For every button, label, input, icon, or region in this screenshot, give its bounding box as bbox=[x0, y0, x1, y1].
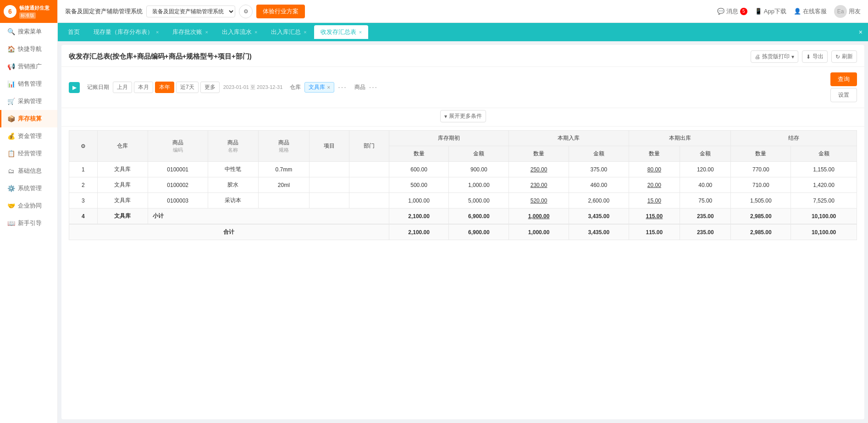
tab-inout-flow[interactable]: 出入库流水 × bbox=[216, 25, 264, 39]
subtotal-in-qty[interactable]: 1,000.00 bbox=[509, 209, 569, 225]
tab-close-batch-account[interactable]: × bbox=[205, 29, 208, 35]
row2-out-amt: 40.00 bbox=[680, 177, 731, 193]
query-button[interactable]: 查询 bbox=[830, 72, 857, 86]
th-warehouse: 仓库 bbox=[97, 131, 148, 162]
marketing-icon: 📢 bbox=[7, 63, 15, 70]
date-btn-this-year[interactable]: 本年 bbox=[155, 82, 174, 93]
row3-in-qty[interactable]: 520.00 bbox=[509, 193, 569, 209]
total-out-amt: 235.00 bbox=[680, 224, 731, 240]
row2-opening-amt: 1,000.00 bbox=[449, 177, 509, 193]
date-filter-group: 记账日期 上月 本月 本年 近7天 更多 2023-01-01 至 2023-1… bbox=[87, 82, 282, 93]
logo-icon: 6 bbox=[4, 5, 17, 18]
tab-receipt-summary[interactable]: 收发存汇总表 × bbox=[314, 25, 368, 39]
setting-button[interactable]: 设置 bbox=[830, 88, 857, 102]
page-actions: 🖨 拣货版打印 ▾ ⬇ 导出 ↻ 刷新 bbox=[751, 50, 857, 63]
expand-conditions-btn[interactable]: ▾ 展开更多条件 bbox=[440, 110, 486, 122]
warehouse-tag-remove[interactable]: × bbox=[327, 84, 330, 91]
sidebar-item-enterprise[interactable]: 🤝 企业协同 bbox=[0, 197, 57, 214]
sidebar-item-purchase[interactable]: 🛒 采购管理 bbox=[0, 93, 57, 110]
row2-out-qty[interactable]: 20.00 bbox=[629, 177, 680, 193]
date-btn-this-month[interactable]: 本月 bbox=[134, 82, 153, 93]
messages-badge: 5 bbox=[740, 8, 747, 15]
sidebar-item-system[interactable]: ⚙️ 系统管理 bbox=[0, 180, 57, 197]
export-btn[interactable]: ⬇ 导出 bbox=[802, 50, 828, 63]
service-icon: 👤 bbox=[794, 8, 801, 15]
th-in-qty: 数量 bbox=[509, 146, 569, 162]
date-btn-more[interactable]: 更多 bbox=[200, 82, 220, 93]
row1-in-qty[interactable]: 250.00 bbox=[509, 162, 569, 177]
th-balance-qty: 数量 bbox=[731, 146, 791, 162]
tab-close-inout-flow[interactable]: × bbox=[254, 29, 257, 35]
tab-inout-summary[interactable]: 出入库汇总 × bbox=[265, 25, 313, 39]
row2-goods-code: 0100002 bbox=[148, 177, 208, 193]
enterprise-icon: 🤝 bbox=[7, 202, 15, 209]
user-menu[interactable]: Ea 用友 bbox=[834, 5, 861, 18]
th-goods-spec: 商品规格 bbox=[258, 131, 309, 162]
goods-filter-label: 商品 bbox=[354, 83, 365, 91]
warehouse-filter-more[interactable]: ··· bbox=[338, 83, 347, 92]
row3-opening-qty: 1,000.00 bbox=[389, 193, 449, 209]
date-preset-btns: 上月 本月 本年 近7天 更多 bbox=[113, 82, 220, 93]
row3-out-amt: 75.00 bbox=[680, 193, 731, 209]
row1-out-qty[interactable]: 80.00 bbox=[629, 162, 680, 177]
th-out-amt: 金额 bbox=[680, 146, 731, 162]
search-icon: 🔍 bbox=[7, 28, 15, 35]
sidebar: 6 畅捷通好生意 标准版 🔍 搜索菜单 🏠 快捷导航 📢 营销推广 📊 销售管理… bbox=[0, 0, 58, 423]
sidebar-item-marketing[interactable]: 📢 营销推广 bbox=[0, 58, 57, 75]
tab-home[interactable]: 首页 bbox=[61, 25, 86, 39]
tab-inventory-dist[interactable]: 现存量（库存分布表） × bbox=[87, 25, 165, 39]
date-btn-last-month[interactable]: 上月 bbox=[113, 82, 132, 93]
online-service-button[interactable]: 👤 在线客服 bbox=[794, 7, 827, 16]
system-title: 装备及固定资产辅助管理系统 bbox=[65, 7, 143, 16]
sidebar-item-inventory[interactable]: 📦 库存核算 bbox=[0, 110, 57, 127]
sidebar-item-quick-nav[interactable]: 🏠 快捷导航 bbox=[0, 40, 57, 58]
total-balance-qty: 2,985.00 bbox=[731, 224, 791, 240]
tab-batch-account[interactable]: 库存批次账 × bbox=[166, 25, 214, 39]
experience-btn[interactable]: 体验行业方案 bbox=[256, 5, 305, 18]
subtotal-balance-amt: 10,100.00 bbox=[791, 209, 857, 225]
subtotal-row: 4 文具库 小计 2,100.00 6,900.00 1,000.00 3,43… bbox=[69, 209, 857, 225]
filter-toggle-btn[interactable]: ▶ bbox=[69, 82, 80, 93]
row3-out-qty[interactable]: 15.00 bbox=[629, 193, 680, 209]
row2-in-amt: 460.00 bbox=[569, 177, 629, 193]
sidebar-item-guide[interactable]: 📖 新手引导 bbox=[0, 214, 57, 232]
messages-button[interactable]: 💬 消息 5 bbox=[717, 7, 747, 16]
th-opening-amt: 金额 bbox=[449, 146, 509, 162]
th-project: 项目 bbox=[309, 131, 349, 162]
row3-seq: 3 bbox=[69, 193, 98, 209]
sidebar-item-search[interactable]: 🔍 搜索菜单 bbox=[0, 23, 57, 40]
tab-close-receipt-summary[interactable]: × bbox=[359, 29, 362, 35]
th-goods-code: 商品编码 bbox=[148, 131, 208, 162]
sidebar-item-finance[interactable]: 💰 资金管理 bbox=[0, 127, 57, 145]
settings-gear-button[interactable]: ⚙ bbox=[239, 5, 253, 18]
page-title: 收发存汇总表(按仓库+商品编码+商品+规格型号+项目+部门) bbox=[69, 52, 252, 61]
date-range-display: 2023-01-01 至 2023-12-31 bbox=[223, 84, 283, 91]
row3-balance-qty: 1,505.00 bbox=[731, 193, 791, 209]
row3-goods-spec bbox=[258, 193, 309, 209]
sidebar-item-basic-info[interactable]: 🗂 基础信息 bbox=[0, 162, 57, 180]
chevron-down-icon: ▾ bbox=[791, 54, 794, 60]
print-btn[interactable]: 🖨 拣货版打印 ▾ bbox=[751, 50, 798, 63]
topbar-right: 💬 消息 5 📱 App下载 👤 在线客服 Ea 用友 bbox=[717, 5, 861, 18]
close-all-tabs-button[interactable]: × bbox=[859, 28, 864, 36]
row2-seq: 2 bbox=[69, 177, 98, 193]
page-header: 收发存汇总表(按仓库+商品编码+商品+规格型号+项目+部门) 🖨 拣货版打印 ▾… bbox=[61, 45, 864, 67]
inventory-icon: 📦 bbox=[7, 115, 15, 122]
subtotal-seq: 4 bbox=[69, 209, 98, 225]
total-opening-qty: 2,100.00 bbox=[389, 224, 449, 240]
tab-close-inventory-dist[interactable]: × bbox=[156, 29, 159, 35]
app-download-button[interactable]: 📱 App下载 bbox=[755, 7, 786, 16]
tab-close-inout-summary[interactable]: × bbox=[304, 29, 306, 35]
row2-in-qty[interactable]: 230.00 bbox=[509, 177, 569, 193]
row1-goods-name: 中性笔 bbox=[208, 162, 258, 177]
page-inner: 收发存汇总表(按仓库+商品编码+商品+规格型号+项目+部门) 🖨 拣货版打印 ▾… bbox=[61, 45, 864, 419]
goods-filter-more[interactable]: ··· bbox=[369, 83, 378, 92]
goods-filter-group: 商品 ··· bbox=[354, 83, 378, 92]
subtotal-out-qty[interactable]: 115.00 bbox=[629, 209, 680, 225]
sidebar-item-sales[interactable]: 📊 销售管理 bbox=[0, 75, 57, 93]
date-btn-7days[interactable]: 近7天 bbox=[176, 82, 199, 93]
system-selector[interactable]: 装备及固定资产辅助管理系统 bbox=[146, 5, 235, 17]
refresh-btn[interactable]: ↻ 刷新 bbox=[831, 50, 857, 63]
sidebar-item-operations[interactable]: 📋 经营管理 bbox=[0, 145, 57, 162]
row1-opening-amt: 900.00 bbox=[449, 162, 509, 177]
